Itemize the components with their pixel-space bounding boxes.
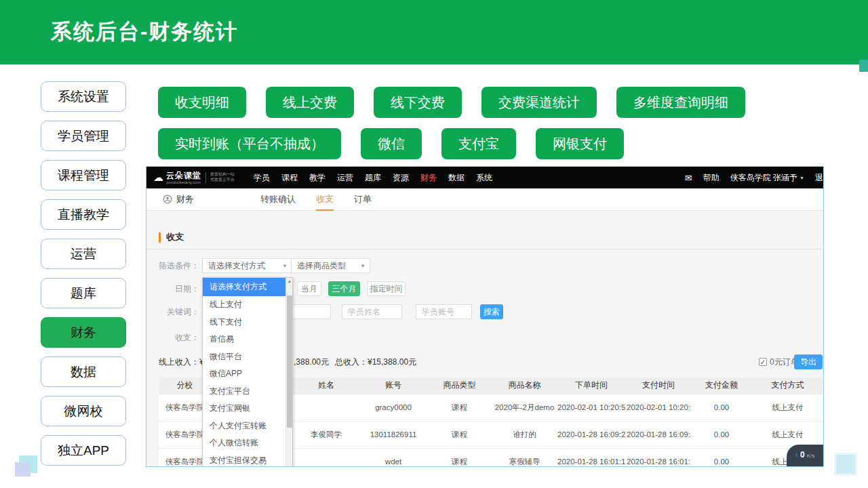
cell: 2020年-2月demo — [492, 394, 557, 421]
dropdown-item[interactable]: 线下支付 — [203, 314, 292, 331]
sidebar-item-student-management[interactable]: 学员管理 — [41, 121, 126, 151]
dropdown-item[interactable]: 线上支付 — [203, 296, 292, 314]
sidebar-item-question-bank[interactable]: 题库 — [41, 278, 126, 308]
sidebar-item-standalone-app[interactable]: 独立APP — [41, 435, 126, 466]
zero-order-filter: ✓ 0元订单 — [759, 354, 799, 369]
cell: 2020-01-28 16:01:17 — [626, 448, 691, 467]
sidebar-item-operations[interactable]: 运营 — [41, 239, 126, 269]
cell: 13011826911 — [360, 421, 427, 448]
online-income-prefix: 线上收入：¥ — [159, 354, 204, 369]
account-menu[interactable]: 侠客岛学院 张涵予▼ — [730, 172, 804, 184]
cell: 寒假辅导 — [492, 448, 557, 467]
logo-divider — [205, 172, 206, 183]
nav-item-students[interactable]: 学员 — [254, 172, 270, 184]
student-name-input[interactable]: 学员姓名 — [342, 304, 402, 319]
product-type-select[interactable]: 选择商品类型 ▼ — [291, 258, 370, 273]
cell: gracy0000 — [360, 394, 427, 421]
cell: 2020-02-01 10:20:56 — [626, 394, 691, 421]
nav-item-resources[interactable]: 资源 — [393, 172, 409, 184]
heading-bar — [159, 232, 161, 243]
btn-realtime-settlement[interactable]: 实时到账（平台不抽成） — [158, 128, 341, 159]
export-button[interactable]: 导出 — [794, 354, 823, 369]
cell: 谁打的 — [492, 421, 557, 448]
decoration-square-bottom-right — [834, 453, 857, 476]
filter-condition-label: 筛选条件： — [146, 258, 199, 273]
logo-subtext: yunduoketang.com — [166, 180, 201, 184]
btn-payment-channel-stats[interactable]: 交费渠道统计 — [481, 87, 597, 118]
scroll-up-icon[interactable]: ▲ — [286, 279, 293, 283]
feature-buttons: 收支明细 线上交费 线下交费 交费渠道统计 多维度查询明细 实时到账（平台不抽成… — [158, 87, 745, 169]
logout-link[interactable]: 退 — [815, 172, 823, 184]
keyword-label: 关键词： — [146, 304, 199, 319]
tab-income-expense[interactable]: 收支 — [316, 188, 334, 211]
admin-subnav: 财务 转账确认 收支 订单 — [146, 188, 823, 211]
dropdown-item[interactable]: 支付宝网银 — [203, 400, 292, 418]
sidebar-item-data[interactable]: 数据 — [41, 357, 126, 387]
cell: 0.00 — [691, 448, 752, 467]
date-three-months-button[interactable]: 三个月 — [328, 281, 360, 296]
btn-multi-dimension-query[interactable]: 多维度查询明细 — [616, 87, 745, 118]
cell: 课程 — [427, 394, 492, 421]
student-account-input[interactable]: 学员账号 — [416, 304, 472, 319]
cell: 线上支付 — [752, 421, 823, 448]
subnav-tabs: 转账确认 收支 订单 — [260, 188, 372, 211]
sidebar-item-system-settings[interactable]: 系统设置 — [41, 81, 126, 112]
btn-online-payment[interactable]: 线上交费 — [266, 87, 354, 118]
decoration-square-lavender — [15, 462, 31, 476]
cell: 0.00 — [691, 421, 752, 448]
inout-label: 收支： — [146, 330, 199, 345]
download-speed: ↓ 0 K/s — [795, 466, 822, 467]
dropdown-item[interactable]: 个人支付宝转账 — [203, 418, 292, 435]
tab-orders[interactable]: 订单 — [354, 188, 372, 211]
btn-wechat[interactable]: 微信 — [361, 128, 422, 159]
cell: 2020-01-28 16:09:27 — [557, 421, 626, 448]
sidebar-item-micro-school[interactable]: 微网校 — [41, 396, 126, 426]
dropdown-item[interactable]: 支付宝担保交易 — [203, 452, 292, 468]
cell: 2020-02-01 10:20:56 — [557, 394, 626, 421]
cell: 0.00 — [691, 394, 752, 421]
search-button[interactable]: 搜索 — [480, 304, 503, 319]
btn-alipay[interactable]: 支付宝 — [441, 128, 516, 159]
nav-item-operations[interactable]: 运营 — [337, 172, 353, 184]
section-title: 财务 — [163, 193, 194, 205]
nav-item-system[interactable]: 系统 — [476, 172, 492, 184]
chevron-down-icon: ▼ — [360, 259, 366, 273]
btn-income-expense-detail[interactable]: 收支明细 — [158, 87, 246, 118]
date-current-month-button[interactable]: 当月 — [297, 281, 321, 296]
help-link[interactable]: 帮助 — [703, 172, 719, 184]
cell: 2020-01-28 16:01:17 — [557, 448, 626, 467]
logo: ☁ 云朵课堂 yunduoketang.com 教育机构一站 式教育云平台 — [153, 171, 235, 184]
pay-method-select[interactable]: 请选择支付方式 ▼ — [202, 258, 292, 273]
date-custom-range-button[interactable]: 指定时间 — [367, 281, 406, 296]
dropdown-scrollbar[interactable]: ▲ — [285, 278, 292, 467]
network-speed-overlay: ↑ 0 K/s ↓ 0 K/s — [787, 445, 823, 467]
dropdown-item[interactable]: 微信平台 — [203, 348, 292, 366]
admin-screenshot: ☁ 云朵课堂 yunduoketang.com 教育机构一站 式教育云平台 学员… — [146, 166, 824, 467]
nav-item-data[interactable]: 数据 — [448, 172, 465, 184]
sidebar-item-finance[interactable]: 财务 — [41, 317, 126, 348]
upload-speed: ↑ 0 K/s — [795, 450, 822, 466]
nav-item-question-bank[interactable]: 题库 — [365, 172, 381, 184]
column-header: 商品类型 — [427, 378, 492, 394]
sidebar-item-course-management[interactable]: 课程管理 — [41, 160, 126, 190]
cell: wdet — [360, 448, 427, 467]
btn-netbank-payment[interactable]: 网银支付 — [536, 128, 624, 159]
topnav-items: 学员 课程 教学 运营 题库 资源 财务 数据 系统 — [254, 172, 492, 184]
nav-item-courses[interactable]: 课程 — [281, 172, 298, 184]
sidebar-item-live-teaching[interactable]: 直播教学 — [41, 199, 126, 230]
btn-offline-payment[interactable]: 线下交费 — [374, 87, 462, 118]
chevron-down-icon: ▼ — [282, 259, 288, 273]
tab-transfer-confirm[interactable]: 转账确认 — [260, 188, 296, 211]
zero-order-checkbox[interactable]: ✓ — [759, 358, 767, 366]
dropdown-item[interactable]: 请选择支付方式 — [203, 278, 292, 296]
cell: 线上支付 — [752, 394, 823, 421]
mail-icon[interactable]: ✉ — [685, 173, 692, 183]
dropdown-item[interactable]: 微信APP — [203, 365, 292, 383]
nav-item-teaching[interactable]: 教学 — [309, 172, 326, 184]
dropdown-item[interactable]: 首信易 — [203, 331, 292, 348]
nav-item-finance[interactable]: 财务 — [420, 172, 437, 184]
dropdown-item[interactable]: 个人微信转账 — [203, 434, 292, 452]
dropdown-item[interactable]: 支付宝平台 — [203, 383, 292, 401]
scrollbar-thumb[interactable] — [287, 296, 292, 428]
column-header: 下单时间 — [557, 378, 626, 394]
